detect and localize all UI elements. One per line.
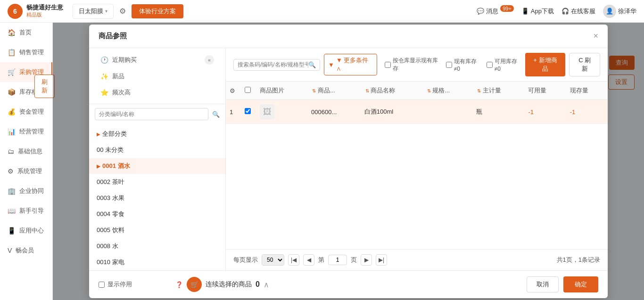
- category-item-0004[interactable]: 0004 零食: [89, 206, 225, 222]
- checkbox-available-nonzero[interactable]: 可用库存≠0: [487, 58, 521, 72]
- sidebar-item-finance[interactable]: 💰 资金管理: [0, 102, 52, 122]
- basic-icon: 🗂: [8, 148, 14, 155]
- modal-header: 商品参照 ×: [89, 25, 608, 48]
- th-name[interactable]: ⇅ 商品名称: [361, 82, 422, 100]
- checkbox-stock-nonzero[interactable]: 现有库存≠0: [446, 58, 481, 72]
- system-icon: ⚙: [8, 167, 14, 175]
- left-sidebar: 🏠 首页 📋 销售管理 🛒 采购管理 📦 库存核算 💰 资金管理 📊 经营管理 …: [0, 23, 53, 300]
- sort-icon: ⇅: [312, 88, 316, 93]
- sidebar-item-sales[interactable]: 📋 销售管理: [0, 42, 52, 62]
- cell-name: 白酒100ml: [361, 100, 422, 124]
- th-settings[interactable]: ⚙: [226, 82, 241, 100]
- th-spec[interactable]: ⇅ 规格...: [422, 82, 473, 100]
- logo-icon: 6: [8, 4, 23, 19]
- sidebar-item-apps[interactable]: 📱 应用中心: [0, 221, 52, 241]
- cell-unit: 瓶: [472, 100, 524, 124]
- sidebar-item-member[interactable]: V 畅会员: [0, 241, 52, 260]
- clock-icon: 🕐: [100, 56, 108, 64]
- logo-sub: 精品版: [26, 11, 63, 18]
- category-item-00[interactable]: 00 未分类: [89, 142, 225, 158]
- inventory-icon: 📦: [8, 88, 16, 96]
- cell-check[interactable]: [241, 100, 256, 124]
- gear-icon[interactable]: ⚙: [119, 7, 126, 16]
- cart-icon: 🛒: [190, 281, 198, 288]
- nav-dropdown[interactable]: 日太阳膜 ▾: [73, 4, 114, 19]
- recent-tab[interactable]: 🕐 近期购买 «: [95, 52, 220, 68]
- category-item-0002[interactable]: 0002 茶叶: [89, 174, 225, 190]
- warehouse-checkbox[interactable]: [385, 62, 391, 68]
- product-search-box: 🔍: [233, 59, 320, 71]
- sales-icon: 📋: [8, 49, 16, 56]
- cell-code: 000600...: [307, 100, 361, 124]
- sidebar-item-system[interactable]: ⚙ 系统管理: [0, 161, 52, 181]
- service-item[interactable]: 🎧 在线客服: [561, 7, 595, 16]
- per-page-select[interactable]: 50: [262, 254, 284, 266]
- frequent-tab[interactable]: ⭐ 频次高: [95, 85, 220, 100]
- th-code[interactable]: ⇅ 商品...: [307, 82, 361, 100]
- confirm-button[interactable]: 确定: [563, 276, 598, 292]
- category-item-all[interactable]: ▶ 全部分类: [89, 126, 225, 142]
- display-disabled-checkbox[interactable]: [99, 282, 105, 288]
- sort-spec-icon: ⇅: [427, 88, 431, 93]
- member-icon: V: [8, 247, 12, 254]
- category-item-0001[interactable]: ▶ 0001 酒水: [89, 158, 225, 174]
- collapse-button[interactable]: «: [205, 55, 214, 65]
- last-page-button[interactable]: ▶|: [376, 254, 387, 266]
- bg-refresh-button[interactable]: 刷新: [34, 75, 55, 98]
- trial-button[interactable]: 体验行业方案: [132, 4, 183, 18]
- sort-name-icon: ⇅: [365, 88, 369, 93]
- new-tab[interactable]: ✨ 新品: [95, 69, 220, 84]
- checkbox-warehouse[interactable]: 按仓库显示现有库存: [385, 57, 440, 73]
- cancel-button[interactable]: 取消: [527, 276, 559, 292]
- help-icon[interactable]: ❓: [175, 281, 183, 288]
- row-checkbox[interactable]: [245, 108, 251, 114]
- cell-available: -1: [524, 100, 566, 124]
- product-table: ⚙ 商品图片 ⇅ 商品...: [226, 82, 608, 249]
- user-item[interactable]: 👤 徐泽华: [603, 5, 636, 18]
- filter-icon: ▼: [328, 61, 334, 68]
- category-item-0010[interactable]: 0010 家电: [89, 254, 225, 270]
- refresh-button[interactable]: C 刷新: [569, 53, 600, 76]
- category-item-0008[interactable]: 0008 水: [89, 238, 225, 254]
- table-row[interactable]: 1 🖼 000600... 白酒100ml 瓶: [226, 100, 608, 124]
- sidebar-item-business[interactable]: 📊 经营管理: [0, 122, 52, 142]
- display-disabled: 显示停用: [99, 280, 132, 289]
- add-product-button[interactable]: + 新增商品: [525, 53, 566, 76]
- triangle-icon: ▶: [97, 132, 100, 137]
- message-item[interactable]: 💬 消息 99+: [477, 7, 514, 16]
- collapse-cart-icon[interactable]: ∧: [264, 280, 269, 289]
- logo-text: 畅捷通好生意: [26, 4, 63, 11]
- prev-page-button[interactable]: ◀: [303, 254, 314, 266]
- triangle-active-icon: ▶: [97, 164, 100, 169]
- th-image: 商品图片: [256, 82, 307, 100]
- main-layout: 🏠 首页 📋 销售管理 🛒 采购管理 📦 库存核算 💰 资金管理 📊 经营管理 …: [0, 23, 644, 300]
- sidebar-item-guide[interactable]: 📖 新手引导: [0, 201, 52, 221]
- footer-actions: 取消 确定: [527, 276, 598, 292]
- category-item-0005[interactable]: 0005 饮料: [89, 222, 225, 238]
- product-search-input[interactable]: [238, 61, 308, 68]
- close-icon[interactable]: ×: [593, 31, 598, 41]
- category-search: 🔍: [89, 104, 225, 124]
- cart-button[interactable]: 🛒: [187, 277, 202, 292]
- available-nonzero-checkbox[interactable]: [487, 62, 493, 68]
- modal-left-tabs: 🕐 近期购买 « ✨ 新品 ⭐ 频次高: [89, 48, 225, 104]
- filter-button[interactable]: ▼ ▼ 更多条件 ∧: [324, 54, 377, 75]
- search-submit-icon[interactable]: 🔍: [308, 61, 316, 68]
- modal-overlay: 商品参照 × 🕐 近期购买 «: [53, 23, 644, 300]
- nav-right: 💬 消息 99+ 📱 App下载 🎧 在线客服 👤 徐泽华: [477, 5, 636, 18]
- stock-nonzero-checkbox[interactable]: [446, 62, 452, 68]
- first-page-button[interactable]: |◀: [288, 254, 299, 266]
- category-item-0003[interactable]: 0003 水果: [89, 190, 225, 206]
- content-area: 查询 设置 刷新 商品参照 × 🕐: [53, 23, 644, 300]
- sidebar-item-enterprise[interactable]: 🏢 企业协同: [0, 181, 52, 201]
- search-icon[interactable]: 🔍: [212, 111, 220, 118]
- category-search-input[interactable]: [95, 108, 208, 120]
- select-all-checkbox[interactable]: [245, 87, 251, 93]
- page-info: 共1页，1条记录: [557, 256, 600, 264]
- sidebar-item-home[interactable]: 🏠 首页: [0, 23, 52, 42]
- sidebar-item-basic[interactable]: 🗂 基础信息: [0, 142, 52, 161]
- th-unit[interactable]: ⇅ 主计量: [472, 82, 524, 100]
- app-download-item[interactable]: 📱 App下载: [521, 7, 554, 16]
- page-input[interactable]: [328, 255, 347, 265]
- next-page-button[interactable]: ▶: [361, 254, 372, 266]
